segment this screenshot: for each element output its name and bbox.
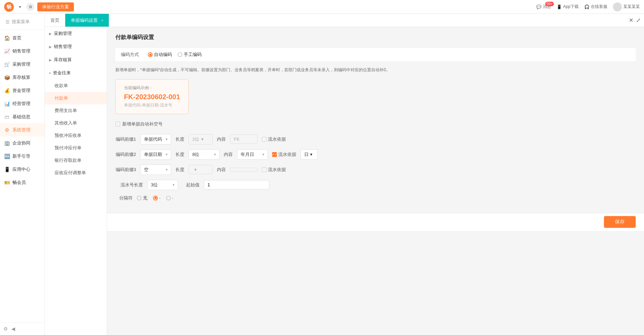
serial-2-checkbox-box: ✓ — [272, 152, 277, 157]
sep-none-radio[interactable]: 无 — [137, 195, 147, 201]
tab-bar-actions: ✕ ⤢ — [625, 14, 644, 27]
left-panel: ▶ 采购管理 ▶ 销售管理 ▶ 库存核算 — [45, 27, 107, 335]
search-menu-icon: ☰ — [6, 19, 10, 25]
sidebar-item-enterprise[interactable]: 🏢 企业协同 — [0, 137, 45, 150]
arrow-expanded-icon: ▾ — [48, 72, 52, 74]
content-1-label: 内容 — [217, 136, 226, 142]
member-icon: 🎫 — [4, 180, 10, 185]
sidebar-item-appcenter[interactable]: 📱 应用中心 — [0, 163, 45, 176]
prefix-2-label: 编码前缀2 — [115, 151, 136, 158]
prefix-3-arrow-icon: ▾ — [166, 168, 167, 171]
nav-dropdown-btn[interactable]: ▾ — [17, 3, 23, 10]
auto-fill-checkbox[interactable] — [115, 122, 120, 127]
sidebar-item-label: 企业协同 — [12, 140, 30, 146]
auto-code-radio-circle — [148, 52, 153, 57]
system-icon: ⚙ — [4, 127, 10, 133]
arrow-icon: ▶ — [49, 32, 52, 36]
auto-code-label: 自动编码 — [154, 52, 172, 58]
menu-group-capital-title[interactable]: ▾ 资金往来 — [45, 66, 107, 80]
sidebar-item-label: 应用中心 — [12, 166, 30, 173]
tab-close-window-btn[interactable]: ✕ — [629, 17, 633, 24]
sidebar-settings-btn[interactable]: ⚙ — [3, 326, 8, 332]
app-download-btn[interactable]: 📱 App下载 — [557, 4, 579, 10]
app-download-label: App下载 — [563, 4, 579, 10]
serial-length-select[interactable]: 3位 ▾ — [147, 180, 178, 190]
length-2-select[interactable]: 8位 ▾ — [189, 149, 220, 160]
trial-btn[interactable]: 体验行业方案 — [37, 2, 74, 11]
sep-dash-radio[interactable]: · — [166, 195, 174, 201]
menu-item-payment[interactable]: 付款单 — [45, 92, 107, 104]
content-2-select[interactable]: 年月日 ▾ — [237, 149, 268, 160]
prefix-1-label: 编码前缀1 — [115, 136, 136, 142]
sep-dash-dot — [166, 196, 171, 201]
menu-group-sales-title[interactable]: ▶ 销售管理 — [45, 40, 107, 53]
length-3-select[interactable]: ▾ — [189, 165, 213, 174]
main-panel: 付款单编码设置 编码方式 自动编码 手工编码 — [107, 27, 644, 335]
menu-group-purchase-title[interactable]: ▶ 采购管理 — [45, 27, 107, 40]
menu-item-bank-deposit[interactable]: 银行存取款单 — [45, 154, 107, 167]
sidebar-item-purchase[interactable]: 🛒 采购管理 — [0, 58, 45, 71]
prefix-2-select[interactable]: 单据日期 ▾ — [140, 149, 171, 160]
prefix-row-2: 编码前缀2 单据日期 ▾ 长度 8位 ▾ 内容 年月日 — [115, 149, 636, 160]
form-area: 付款单编码设置 编码方式 自动编码 手工编码 — [107, 27, 644, 213]
serial-3-checkbox-box — [262, 167, 267, 172]
encoding-method-section: 编码方式 自动编码 手工编码 — [115, 48, 636, 61]
separator-label: 分隔符 — [115, 195, 133, 201]
menu-group-capital-label: 资金往来 — [53, 70, 71, 76]
menu-group-capital: ▾ 资金往来 收款单 付款单 费用支出单 其他收入单 预收冲应收单 预付冲应付单… — [45, 66, 107, 179]
serial-length-row: 流水号长度 3位 ▾ 起始值 — [115, 180, 636, 190]
length-2-arrow-icon: ▾ — [214, 152, 216, 156]
serial-1-checkbox[interactable]: 流水依据 — [262, 136, 286, 142]
save-button[interactable]: 保存 — [604, 216, 636, 228]
sidebar-item-label: 新手引导 — [12, 153, 30, 159]
auto-code-radio[interactable]: 自动编码 — [148, 52, 172, 58]
prefix-1-select[interactable]: 单据代码 ▾ — [140, 134, 171, 145]
preview-sub: 单据代码-单据日期-流水号 — [124, 102, 180, 108]
menu-item-other-income[interactable]: 其他收入单 — [45, 117, 107, 129]
sidebar-item-inventory[interactable]: 📦 库存核算 — [0, 71, 45, 84]
sidebar-collapse-btn[interactable]: ◀ — [11, 326, 15, 332]
serial-3-label: 流水依据 — [268, 167, 286, 173]
start-value-input[interactable] — [204, 180, 269, 189]
menu-item-prepay-payable[interactable]: 预付冲应付单 — [45, 142, 107, 154]
manual-code-radio-circle — [177, 52, 182, 57]
sidebar-item-home[interactable]: 🏠 首页 — [0, 31, 45, 45]
tab-fullscreen-btn[interactable]: ⤢ — [636, 17, 641, 24]
serial-length-label: 流水号长度 — [115, 182, 143, 188]
user-area[interactable]: 某某某某 — [613, 2, 640, 11]
sidebar-item-finance[interactable]: 💰 资金管理 — [0, 84, 45, 97]
sep-dot-radio[interactable]: · — [153, 195, 161, 201]
serial-2-checkbox[interactable]: ✓ 流水依据 — [272, 151, 296, 158]
sidebar-item-newguide[interactable]: 🆕 新手引导 — [0, 150, 45, 163]
menu-group-inventory-title[interactable]: ▶ 库存核算 — [45, 53, 107, 66]
message-btn[interactable]: 💬 消息 99+ — [536, 4, 551, 10]
tab-home[interactable]: 首页 — [45, 14, 65, 27]
prefix-3-select[interactable]: 空 ▾ — [140, 165, 171, 175]
tab-encoding-settings[interactable]: 单据编码设置 × — [65, 14, 109, 27]
menu-item-adjust[interactable]: 应收应付调整单 — [45, 167, 107, 179]
menu-item-receipt[interactable]: 收款单 — [45, 80, 107, 92]
search-menu-btn[interactable]: ☰ 搜索菜单 — [3, 17, 42, 26]
tab-close-btn[interactable]: × — [101, 18, 103, 22]
settings-btn[interactable]: ⚙ — [26, 3, 35, 11]
serial-1-label: 流水依据 — [268, 136, 286, 142]
app-download-icon: 📱 — [557, 4, 562, 9]
preview-label: 当前编码示例： — [124, 85, 180, 91]
sidebar-item-basic[interactable]: 🗃 基础信息 — [0, 110, 45, 123]
sidebar-item-operations[interactable]: 📊 经营管理 — [0, 97, 45, 110]
customer-service-btn[interactable]: 🎧 在线客服 — [584, 4, 607, 10]
serial-3-checkbox[interactable]: 流水依据 — [262, 167, 286, 173]
menu-item-expense[interactable]: 费用支出单 — [45, 104, 107, 117]
info-text: 新增单据时，*单据编码*自动生成，不可编辑。前缀设置为部门、业务员等档案类，开单… — [115, 67, 636, 73]
sidebar-item-sales[interactable]: 📈 销售管理 — [0, 45, 45, 58]
sidebar-item-system[interactable]: ⚙ 系统管理 — [0, 123, 45, 137]
length-1-select[interactable]: 2位 ▾ — [189, 134, 213, 145]
user-name: 某某某某 — [623, 4, 640, 10]
message-badge: 99+ — [545, 2, 554, 6]
sidebar-item-member[interactable]: 🎫 畅会员 — [0, 176, 45, 189]
serial-1-checkbox-box — [262, 137, 267, 142]
manual-code-radio[interactable]: 手工编码 — [177, 52, 202, 58]
menu-item-prepay-receivable[interactable]: 预收冲应收单 — [45, 129, 107, 142]
day-select[interactable]: 日 ▾ — [300, 149, 318, 160]
sidebar-item-label: 库存核算 — [12, 74, 30, 81]
